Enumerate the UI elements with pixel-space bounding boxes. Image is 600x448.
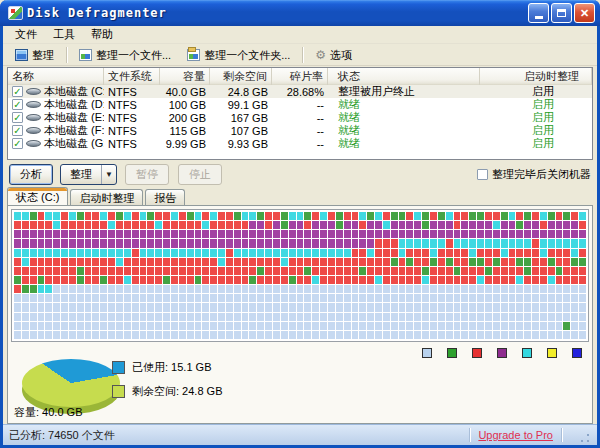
toolbar-button[interactable]: ⚙选项 <box>307 45 360 66</box>
tab-启动时整理[interactable]: 启动时整理 <box>70 189 143 205</box>
map-cell <box>399 258 406 266</box>
shutdown-option[interactable]: 整理完毕后关闭机器 <box>477 167 591 182</box>
menu-item[interactable]: 帮助 <box>83 25 121 44</box>
map-cell <box>289 276 296 284</box>
menu-item[interactable]: 工具 <box>45 25 83 44</box>
toolbar-button[interactable]: 整理一个文件夹... <box>179 45 298 66</box>
toolbar-button[interactable]: 整理一个文件... <box>71 45 179 66</box>
map-cell <box>61 239 68 247</box>
map-cell <box>501 276 508 284</box>
toolbar-separator <box>302 47 303 63</box>
map-cell <box>265 221 272 229</box>
map-cell <box>30 303 37 311</box>
map-cell <box>163 285 170 293</box>
column-header[interactable]: 容量 <box>160 68 210 85</box>
map-cell <box>132 221 139 229</box>
map-cell <box>226 258 233 266</box>
upgrade-to-pro-link[interactable]: Upgrade to Pro <box>478 429 553 441</box>
table-row[interactable]: ✓本地磁盘 (G:)NTFS9.99 GB9.93 GB--就绪启用 <box>8 137 592 150</box>
map-cell <box>524 276 531 284</box>
column-header[interactable]: 碎片率 <box>272 68 328 85</box>
map-cell <box>140 267 147 275</box>
analyze-button[interactable]: 分析 <box>9 164 53 185</box>
toolbar-button[interactable]: 整理 <box>7 45 62 66</box>
map-cell <box>383 267 390 275</box>
map-cell <box>38 322 45 330</box>
map-cell <box>45 322 52 330</box>
disk-icon <box>26 127 41 134</box>
map-cell <box>155 331 162 339</box>
map-cell <box>61 258 68 266</box>
map-cell <box>124 212 131 220</box>
map-cell <box>140 221 147 229</box>
map-cell <box>85 221 92 229</box>
close-button[interactable]: ✕ <box>574 3 595 23</box>
shutdown-checkbox[interactable] <box>477 169 488 180</box>
map-cell <box>69 313 76 321</box>
defrag-button[interactable]: 整理 <box>61 165 101 184</box>
defrag-dropdown-button[interactable]: ▼ <box>101 165 116 184</box>
column-header[interactable]: 状态 <box>328 68 480 85</box>
map-cell <box>438 331 445 339</box>
map-cell <box>92 294 99 302</box>
map-cell <box>532 249 539 257</box>
titlebar[interactable]: Disk Defragmenter ✕ <box>0 0 600 26</box>
map-cell <box>493 249 500 257</box>
map-cell <box>179 313 186 321</box>
map-cell <box>336 313 343 321</box>
map-cell <box>202 221 209 229</box>
map-cell <box>179 249 186 257</box>
map-cell <box>226 267 233 275</box>
map-cell <box>77 221 84 229</box>
map-cell <box>242 267 249 275</box>
defrag-split-button[interactable]: 整理 ▼ <box>60 164 117 185</box>
map-cell <box>85 294 92 302</box>
map-cell <box>493 313 500 321</box>
map-cell <box>493 331 500 339</box>
map-cell <box>210 267 217 275</box>
map-cell <box>92 322 99 330</box>
map-cell <box>430 322 437 330</box>
map-cell <box>249 322 256 330</box>
map-cell <box>218 249 225 257</box>
map-cell <box>548 322 555 330</box>
column-header[interactable]: 启动时整理 <box>480 68 592 85</box>
map-cell <box>352 313 359 321</box>
map-cell <box>242 294 249 302</box>
map-cell <box>438 221 445 229</box>
map-cell <box>38 239 45 247</box>
drive-checkbox[interactable]: ✓ <box>12 86 23 97</box>
map-cell <box>187 294 194 302</box>
column-header[interactable]: 文件系统 <box>104 68 160 85</box>
map-cell <box>30 294 37 302</box>
folder-icon <box>187 49 200 61</box>
map-cell <box>289 221 296 229</box>
drive-checkbox[interactable]: ✓ <box>12 138 23 149</box>
map-cell <box>461 249 468 257</box>
menu-item[interactable]: 文件 <box>7 25 45 44</box>
map-cell <box>406 212 413 220</box>
column-header[interactable]: 名称 <box>8 68 104 85</box>
map-cell <box>14 221 21 229</box>
map-cell <box>438 212 445 220</box>
drive-checkbox[interactable]: ✓ <box>12 99 23 110</box>
capacity-cell: 200 GB <box>160 112 210 124</box>
resize-grip-icon[interactable] <box>578 432 591 445</box>
map-cell <box>556 221 563 229</box>
column-header[interactable]: 剩余空间 <box>210 68 272 85</box>
pause-button: 暂停 <box>125 164 169 185</box>
minimize-button[interactable] <box>528 3 549 23</box>
drive-checkbox[interactable]: ✓ <box>12 125 23 136</box>
tab-状态 (C:)[interactable]: 状态 (C:) <box>7 187 68 205</box>
maximize-button[interactable] <box>551 3 572 23</box>
map-cell <box>414 303 421 311</box>
map-cell <box>367 313 374 321</box>
tab-报告[interactable]: 报告 <box>145 189 185 205</box>
map-cell <box>304 249 311 257</box>
filesystem-cell: NTFS <box>104 125 160 137</box>
drive-checkbox[interactable]: ✓ <box>12 112 23 123</box>
map-cell <box>336 239 343 247</box>
map-cell <box>108 239 115 247</box>
map-cell <box>242 303 249 311</box>
map-cell <box>14 230 21 238</box>
